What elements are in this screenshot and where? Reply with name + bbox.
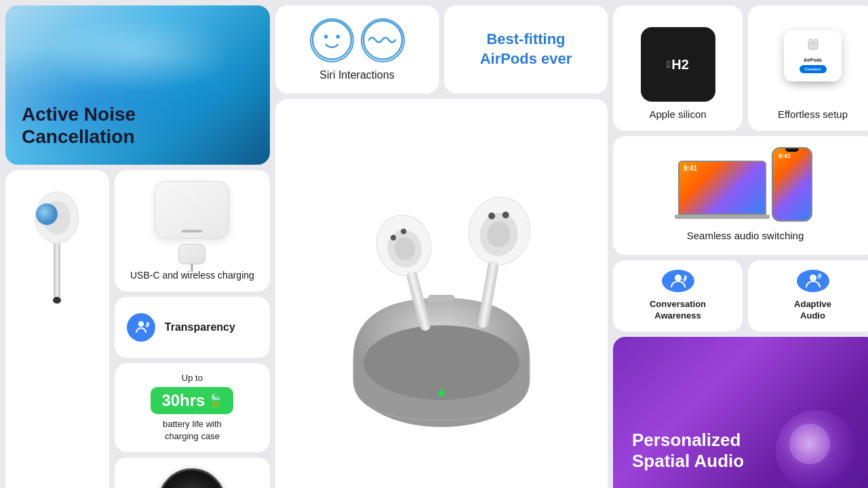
iphone-notch xyxy=(785,148,799,152)
conversation-icon xyxy=(669,272,687,290)
h2-chip-text:  H2 xyxy=(667,57,689,73)
conversation-awareness-label: Conversation Awareness xyxy=(650,299,706,322)
svg-point-12 xyxy=(438,390,445,396)
apple-silicon-card:  H2 Apple silicon xyxy=(613,5,743,131)
battery-hours: 30hrs 🍃 xyxy=(151,387,233,414)
mid-top-row: Siri Interactions Best-fitting AirPods e… xyxy=(275,5,608,94)
effortless-illustration: AirPods Connect xyxy=(759,16,867,102)
person-wave-icon xyxy=(133,319,149,336)
usbc-charger-img xyxy=(178,244,205,264)
siri-face-1 xyxy=(310,18,354,62)
airpods-popup-icon xyxy=(803,38,823,55)
transparency-icon xyxy=(127,313,155,342)
anc-card: Active Noise Cancellation xyxy=(5,5,270,165)
connect-popup-title: AirPods xyxy=(804,58,822,62)
left-right-stack: USB-C and wireless charging Transparency… xyxy=(115,170,270,488)
battery-up-to: Up to xyxy=(182,373,203,383)
airpods-illustration xyxy=(313,163,570,434)
macbook-time: 9:41 xyxy=(684,165,697,172)
best-fitting-card: Best-fitting AirPods ever xyxy=(444,5,608,94)
connect-popup: AirPods Connect xyxy=(784,30,842,81)
usbc-illustration xyxy=(155,181,229,264)
anc-title: Active Noise Cancellation xyxy=(22,103,254,148)
battery-leaf-icon: 🍃 xyxy=(208,393,222,408)
spatial-audio-title: Personalized Spatial Audio xyxy=(632,430,744,472)
acoustic-driver-img xyxy=(158,468,226,488)
siri-label: Siri Interactions xyxy=(319,69,394,81)
battery-sub-text: battery life with charging case xyxy=(163,418,222,443)
force-sensor-illustration xyxy=(26,177,87,312)
svg-point-8 xyxy=(336,35,340,39)
svg-point-5 xyxy=(138,321,144,327)
effortless-devices: AirPods Connect xyxy=(787,37,838,81)
svg-point-37 xyxy=(675,274,682,281)
airpods-main-card xyxy=(275,99,608,488)
siri-icons xyxy=(310,18,405,62)
svg-point-3 xyxy=(36,203,58,225)
acoustic-card: New acoustic architecture xyxy=(115,458,270,488)
spatial-audio-orb xyxy=(776,410,857,488)
seamless-label: Seamless audio switching xyxy=(687,230,804,241)
iphone-illustration: 9:41 xyxy=(772,147,812,222)
apple-logo-icon:  xyxy=(667,59,670,70)
adaptive-audio-card: Adaptive Audio xyxy=(748,260,868,331)
siri-face-2 xyxy=(361,18,405,62)
best-fitting-text: Best-fitting AirPods ever xyxy=(480,30,572,68)
conversation-awareness-icon xyxy=(662,270,694,292)
conversation-awareness-card: Conversation Awareness xyxy=(613,260,743,331)
macbook-illustration: 9:41 xyxy=(678,161,766,222)
iphone-time: 9:41 xyxy=(778,152,791,159)
transparency-label: Transparency xyxy=(165,321,235,333)
svg-point-7 xyxy=(323,35,328,39)
awareness-row: Conversation Awareness Adaptive Audio xyxy=(613,260,868,331)
transparency-card: Transparency xyxy=(115,297,270,358)
usbc-case-img xyxy=(155,181,229,239)
mid-column: Siri Interactions Best-fitting AirPods e… xyxy=(275,5,608,488)
adaptive-audio-icon xyxy=(797,270,829,292)
macbook-screen: 9:41 xyxy=(678,161,766,215)
apple-silicon-label: Apple silicon xyxy=(649,108,706,120)
battery-card: Up to 30hrs 🍃 battery life with charging… xyxy=(115,363,270,452)
iphone-body: 9:41 xyxy=(772,147,812,222)
svg-point-6 xyxy=(312,20,351,59)
svg-point-35 xyxy=(808,39,812,44)
svg-point-4 xyxy=(53,297,61,304)
force-sensor-card: Force sensor xyxy=(5,170,109,488)
usbc-card: USB-C and wireless charging xyxy=(115,170,270,291)
h2-chip:  H2 xyxy=(641,27,715,102)
right-column:  H2 Apple silicon AirPods xyxy=(613,5,868,488)
devices-row: 9:41 9:41 xyxy=(678,147,812,222)
right-top-row:  H2 Apple silicon AirPods xyxy=(613,5,868,131)
adaptive-icon xyxy=(804,272,822,290)
connect-popup-button[interactable]: Connect xyxy=(800,65,827,73)
svg-point-38 xyxy=(810,274,816,281)
svg-rect-13 xyxy=(428,295,455,302)
siri-card: Siri Interactions xyxy=(275,5,439,94)
adaptive-audio-label: Adaptive Audio xyxy=(794,299,831,322)
effortless-card: AirPods Connect Effortless setup xyxy=(748,5,868,131)
effortless-label: Effortless setup xyxy=(778,108,848,120)
macbook-base xyxy=(675,215,770,219)
seamless-switching-card: 9:41 9:41 Seamless audio switching xyxy=(613,136,868,255)
left-column: Active Noise Cancellation xyxy=(5,5,270,488)
spatial-audio-card: Personalized Spatial Audio xyxy=(613,337,868,488)
left-bottom-grid: Force sensor USB-C and wireless charging xyxy=(5,170,270,488)
svg-point-11 xyxy=(363,325,519,400)
svg-point-36 xyxy=(814,39,818,44)
